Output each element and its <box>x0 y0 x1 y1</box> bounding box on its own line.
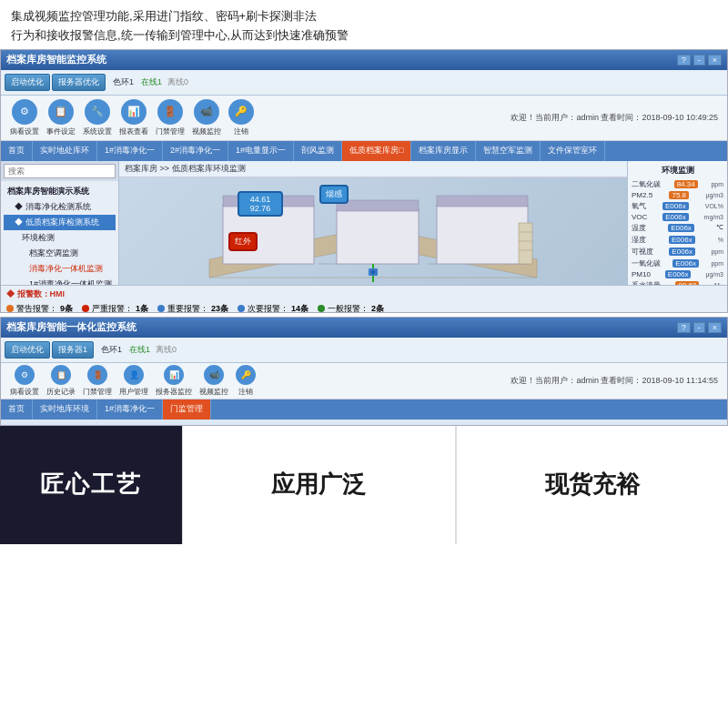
lower-nav-tabs: 首页 实时地库环境 1#消毒净化一 门监管理 <box>1 399 727 420</box>
online-status: 在线1 <box>141 76 162 88</box>
report-icon-item[interactable]: 📊 报表查看 <box>119 99 148 136</box>
env-visibility-row: 可视度 E006x ppm <box>632 247 723 257</box>
lower-window-title: 档案库房智能一体化监控系统 <box>6 320 136 334</box>
sensor-temp-humidity[interactable]: 44.61 92.76 <box>238 191 283 217</box>
sensor-ir-label: 红外 <box>235 237 251 246</box>
nav-tab-disinfect2[interactable]: 2#消毒净化一 <box>163 141 228 161</box>
toolbar-server-btn[interactable]: 报务器优化 <box>52 74 106 91</box>
tree-node-root[interactable]: 档案库房智能演示系统 <box>4 184 116 199</box>
lower-door-item[interactable]: 🚪 门禁管理 <box>83 365 112 397</box>
lower-settings-item[interactable]: ⚙ 病看设置 <box>10 365 39 397</box>
env-visibility-label: 可视度 <box>632 247 653 257</box>
nav-tab-realtime[interactable]: 实时地处库环 <box>33 141 97 161</box>
icon-toolbar: ⚙ 病看设置 📋 事件设定 🔧 系统设置 📊 报表查看 🚪 门禁管理 📹 视频监… <box>1 96 727 141</box>
video-icon-item[interactable]: 📹 视频监控 <box>192 99 221 136</box>
tree-node-disinfect[interactable]: ◆ 消毒净化检测系统 <box>4 199 116 215</box>
lower-close-btn[interactable]: × <box>708 322 722 333</box>
env-water-unit: M● <box>714 282 723 285</box>
env-o2-label: 氧气 <box>632 201 646 211</box>
sidebar-search-area <box>1 161 118 181</box>
env-humidity-row: 湿度 E006x % <box>632 235 723 245</box>
upper-toolbar: 启动优化 报务器优化 色环1 在线1 离线0 <box>1 70 727 96</box>
upper-titlebar: 档案库房智能监控系统 ? - × <box>1 50 727 70</box>
event-icon-item[interactable]: 📋 事件设定 <box>46 99 76 136</box>
env-panel: 环境监测 二氧化碳 84.34 ppm PM2.5 75.8 μg/m3 氧气 … <box>627 161 727 285</box>
search-input[interactable] <box>4 164 116 178</box>
marketing-middle: 应用广泛 <box>183 426 455 544</box>
tree-node-env[interactable]: 环境检测 <box>4 230 116 246</box>
svg-point-16 <box>371 270 375 274</box>
help-btn[interactable]: ? <box>677 55 691 66</box>
color-ring-status: 色环1 <box>113 76 134 88</box>
env-temp-value: E006x <box>668 224 694 232</box>
lower-toolbar-server-btn[interactable]: 报务器1 <box>52 341 94 359</box>
nav-tab-disinfect1[interactable]: 1#消毒净化一 <box>97 141 163 161</box>
env-water-row: 系水液量 89.68 M● <box>632 280 723 285</box>
minimize-btn[interactable]: - <box>693 55 705 66</box>
svg-rect-4 <box>337 200 419 211</box>
env-water-label: 系水液量 <box>632 280 661 285</box>
close-btn[interactable]: × <box>708 55 722 66</box>
nav-tab-wind[interactable]: 剖风监测 <box>294 141 342 161</box>
lower-minimize-btn[interactable]: - <box>693 322 705 333</box>
lower-nav-home[interactable]: 首页 <box>1 399 33 420</box>
door-icon-item[interactable]: 🚪 门禁管理 <box>156 99 185 136</box>
nav-tab-smart[interactable]: 智慧空军监测 <box>476 141 541 161</box>
env-visibility-unit: ppm <box>711 248 723 255</box>
env-temp-unit: ℃ <box>716 224 723 231</box>
nav-tab-lowarch[interactable]: 低质档案库房□ <box>342 141 411 161</box>
env-co-row: 一氧化碳 E006x ppm <box>632 258 723 268</box>
sensor-smoke-label: 烟感 <box>326 189 342 198</box>
sensor-smoke[interactable]: 烟感 <box>319 185 349 204</box>
tree-node-lowarch[interactable]: ◆ 低质档案库检测系统 <box>4 215 116 230</box>
lower-nav-door[interactable]: 门监管理 <box>163 399 211 420</box>
general-count: 2条 <box>371 303 384 313</box>
env-voc-unit: mg/m3 <box>704 214 723 220</box>
logout-icon: 🔑 <box>228 99 254 125</box>
nav-tab-power[interactable]: 1#电量显示一 <box>228 141 294 161</box>
env-co2-label: 二氧化碳 <box>632 179 661 189</box>
marketing-left-text: 匠心工艺 <box>40 469 142 500</box>
logout-icon-item[interactable]: 🔑 注销 <box>228 99 254 136</box>
lower-window-controls: ? - × <box>677 322 722 333</box>
lower-toolbar-optimize-btn[interactable]: 启动优化 <box>5 341 50 359</box>
nav-tab-display[interactable]: 档案库房显示 <box>411 141 476 161</box>
sensor-infrared[interactable]: 红外 <box>228 232 258 251</box>
env-co-unit: ppm <box>711 260 723 267</box>
lower-video-item[interactable]: 📹 视频监控 <box>199 365 228 397</box>
tree-node-disinfect1[interactable]: 1#消毒净化一体机监测 <box>4 277 116 285</box>
tree-node-ac[interactable]: 档案空调监测 <box>4 246 116 261</box>
lower-icon-toolbar: ⚙ 病看设置 📋 历史记录 🚪 门禁管理 👤 用户管理 📊 报务器监控 📹 视频… <box>1 363 727 399</box>
upper-window-title: 档案库房智能监控系统 <box>6 53 106 66</box>
alert-panel: ◆ 报警数：HMI 警告报警： 9条 严重报警： 1条 重要报警： 23条 次要… <box>1 285 727 313</box>
lower-nav-realtime[interactable]: 实时地库环境 <box>33 399 97 420</box>
report-icon: 📊 <box>121 99 147 125</box>
tree-node-disinfect-unit[interactable]: 消毒净化一体机监测 <box>4 261 116 277</box>
offline-status: 离线0 <box>167 76 188 88</box>
lower-nav-disinfect[interactable]: 1#消毒净化一 <box>97 399 163 420</box>
door-icon: 🚪 <box>157 99 183 125</box>
lower-history-item[interactable]: 📋 历史记录 <box>46 365 76 397</box>
nav-tab-file[interactable]: 文件保管室环 <box>541 141 605 161</box>
env-pm10-row: PM10 E006x μg/m3 <box>632 270 723 278</box>
system-icon: 🔧 <box>85 99 110 125</box>
toolbar-optimize-btn[interactable]: 启动优化 <box>5 74 50 91</box>
video-icon: 📹 <box>194 99 219 125</box>
env-pm10-unit: μg/m3 <box>705 271 723 278</box>
lower-video-icon: 📹 <box>204 365 224 385</box>
env-visibility-value: E006x <box>669 248 695 256</box>
env-temp-row: 温度 E006x ℃ <box>632 223 723 233</box>
settings-icon-item[interactable]: ⚙ 病看设置 <box>10 99 39 136</box>
lower-user-item[interactable]: 👤 用户管理 <box>119 365 148 397</box>
lower-server-item[interactable]: 📊 报务器监控 <box>156 365 192 397</box>
upper-system-window: 档案库房智能监控系统 ? - × 启动优化 报务器优化 色环1 在线1 离线0 … <box>0 49 728 313</box>
lower-help-btn[interactable]: ? <box>677 322 691 333</box>
lower-video-label: 视频监控 <box>199 387 228 397</box>
nav-tab-home[interactable]: 首页 <box>1 141 33 161</box>
env-co2-row: 二氧化碳 84.34 ppm <box>632 179 723 189</box>
lower-user-icon: 👤 <box>124 365 144 385</box>
lower-logout-item[interactable]: 🔑 注销 <box>236 365 256 397</box>
top-description: 集成视频监控管理功能,采用进门指纹、密码+刷卡探测非法 行为和接收报警信息,统一… <box>0 0 728 49</box>
system-icon-item[interactable]: 🔧 系统设置 <box>83 99 112 136</box>
env-voc-row: VOC E006x mg/m3 <box>632 213 723 221</box>
